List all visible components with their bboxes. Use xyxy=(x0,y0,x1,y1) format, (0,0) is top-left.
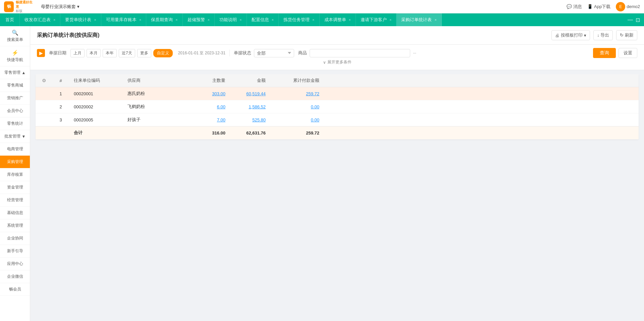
footer-extra xyxy=(324,126,639,140)
close-tab-baozhi[interactable]: × xyxy=(175,18,177,22)
tab-keyongliang[interactable]: 可用量库存账本 × xyxy=(101,13,146,26)
settings-button[interactable]: 设置 xyxy=(619,48,637,58)
tab-peizhi[interactable]: 配置信息 × xyxy=(247,13,279,26)
date-btn-7days[interactable]: 近7天 xyxy=(119,49,135,57)
table-body: 1 00020001 惠氏奶粉 303.00 60,519.44 259.72 … xyxy=(36,87,639,126)
close-tab-shoufacun[interactable]: × xyxy=(53,18,55,22)
user-area[interactable]: E demo2 xyxy=(616,2,640,11)
sidebar-item-marketing[interactable]: 营销推广 xyxy=(0,92,30,105)
tab-shoufacun[interactable]: 收发存汇总表 × xyxy=(20,13,60,26)
sidebar-item-basic-info[interactable]: 基础信息 xyxy=(0,207,30,219)
tab-chaochuyujing[interactable]: 超储预警 × xyxy=(183,13,215,26)
col-header-settings[interactable]: ⚙ xyxy=(36,74,52,87)
cell-index-1: 1 xyxy=(52,87,69,100)
download-icon: 📱 xyxy=(587,4,593,9)
col-header-index: # xyxy=(52,74,69,87)
app-download-button[interactable]: 📱 App下载 xyxy=(587,4,610,10)
user-avatar: E xyxy=(616,2,625,11)
sidebar-item-wechat[interactable]: 企业微信 xyxy=(0,270,30,283)
header-actions: 🖨 按模板打印 ▾ ↓ 导出 ↻ 刷新 xyxy=(551,30,637,40)
sidebar-item-retail-mgmt[interactable]: 零售管理 ▲ xyxy=(0,66,30,79)
page-title: 采购订单统计表(按供应商) xyxy=(37,32,100,39)
sidebar-item-search[interactable]: 🔍 搜索菜单 xyxy=(0,26,30,46)
sidebar-item-retail-shop[interactable]: 零售商城 xyxy=(0,79,30,92)
sidebar-item-operations[interactable]: 经营管理 xyxy=(0,194,30,207)
cell-index-2: 2 xyxy=(52,100,69,113)
tab-gongneng[interactable]: 功能说明 × xyxy=(215,13,247,26)
date-btn-last-month[interactable]: 上月 xyxy=(70,49,85,57)
tab-chengben[interactable]: 成本调整单 × xyxy=(320,13,356,26)
tab-yaoqing[interactable]: 邀请下游客户 × xyxy=(356,13,396,26)
close-tab-chengben[interactable]: × xyxy=(349,18,351,22)
sidebar-item-ecommerce[interactable]: 电商管理 xyxy=(0,143,30,156)
col-header-unit-code: 往来单位编码 xyxy=(69,74,123,87)
cell-unit-code-1: 00020001 xyxy=(69,87,123,100)
close-tab-peizhi[interactable]: × xyxy=(272,18,274,22)
sidebar-item-members[interactable]: 会员中心 xyxy=(0,105,30,117)
query-action-area: 查询 设置 xyxy=(593,48,637,58)
cell-unit-code-3: 00020005 xyxy=(69,113,123,126)
refresh-button[interactable]: ↻ 刷新 xyxy=(616,30,637,40)
col-header-amount: 金额 xyxy=(230,74,270,87)
sidebar-item-system[interactable]: 系统管理 xyxy=(0,219,30,232)
sidebar-item-inventory[interactable]: 库存核算 xyxy=(0,168,30,181)
filter-area: ▶ 单据日期 上月 本月 本年 近7天 更多 自定义 2016-01-01 至 … xyxy=(30,45,644,70)
table-row[interactable]: 3 00020005 好孩子 7.00 525.80 0.00 xyxy=(36,113,639,126)
close-tab-chaochuyujing[interactable]: × xyxy=(208,18,210,22)
cell-qty-3[interactable]: 7.00 xyxy=(190,113,230,126)
template-print-button[interactable]: 🖨 按模板打印 ▾ xyxy=(551,30,590,40)
cell-amount-2[interactable]: 1,586.52 xyxy=(230,100,270,113)
date-btn-this-month[interactable]: 本月 xyxy=(87,49,101,57)
sidebar-item-appcenter[interactable]: 应用中心 xyxy=(0,258,30,270)
close-tab-yaoqing[interactable]: × xyxy=(389,18,391,22)
footer-paid: 259.72 xyxy=(270,126,324,140)
expand-more-row[interactable]: ∨ 展开更多条件 xyxy=(37,58,637,66)
message-button[interactable]: 💬 消息 xyxy=(567,4,582,10)
cell-settings-1 xyxy=(36,87,52,100)
tab-baozhi[interactable]: 保质期查询 × xyxy=(146,13,182,26)
cell-paid-3[interactable]: 0.00 xyxy=(270,113,324,126)
cell-paid-2[interactable]: 0.00 xyxy=(270,100,324,113)
goods-filter-input[interactable] xyxy=(310,49,410,57)
workspace-selector[interactable]: 母婴行业演示账套 ▾ xyxy=(38,2,82,11)
cell-qty-1[interactable]: 303.00 xyxy=(190,87,230,100)
sidebar-item-collab[interactable]: 企业协同 xyxy=(0,232,30,245)
tab-jianhuo[interactable]: 拣货任务管理 × xyxy=(279,13,319,26)
cell-amount-3[interactable]: 525.80 xyxy=(230,113,270,126)
table-row[interactable]: 1 00020001 惠氏奶粉 303.00 60,519.44 259.72 xyxy=(36,87,639,100)
tab-yaohuo[interactable]: 要货单统计表 × xyxy=(60,13,101,26)
minimize-icon[interactable]: — xyxy=(628,17,633,23)
date-btn-more[interactable]: 更多 xyxy=(137,49,151,57)
date-btn-custom[interactable]: 自定义 xyxy=(153,49,173,57)
query-button[interactable]: 查询 xyxy=(593,48,616,58)
maximize-icon[interactable]: ⊡ xyxy=(636,17,640,23)
table-settings-icon[interactable]: ⚙ xyxy=(42,78,46,83)
sidebar-item-finance[interactable]: 资金管理 xyxy=(0,181,30,194)
sidebar-item-wholesale[interactable]: 批发管理 ▼ xyxy=(0,130,30,143)
close-tab-jianhuo[interactable]: × xyxy=(312,18,314,22)
close-tab-yaohuo[interactable]: × xyxy=(94,18,96,22)
window-controls: — ⊡ xyxy=(624,13,644,26)
goods-more-icon[interactable]: ··· xyxy=(413,51,416,55)
export-button[interactable]: ↓ 导出 xyxy=(593,30,613,40)
tab-home[interactable]: 首页 xyxy=(0,13,20,26)
close-tab-caigou[interactable]: × xyxy=(434,18,436,22)
date-btn-this-year[interactable]: 本年 xyxy=(103,49,117,57)
sidebar-item-vip[interactable]: 畅会员 xyxy=(0,283,30,296)
table-row[interactable]: 2 00020002 飞鹤奶粉 6.00 1,586.52 0.00 xyxy=(36,100,639,113)
filter-toggle-button[interactable]: ▶ xyxy=(37,49,45,57)
cell-qty-2[interactable]: 6.00 xyxy=(190,100,230,113)
tab-caigou-active[interactable]: 采购订单统计表 × xyxy=(396,13,441,26)
sidebar-item-retail-stats[interactable]: 零售统计 xyxy=(0,117,30,130)
data-table: ⚙ # 往来单位编码 供应商 主数量 金额 累计付款金额 xyxy=(36,74,639,140)
close-tab-keyongliang[interactable]: × xyxy=(139,18,141,22)
close-tab-gongneng[interactable]: × xyxy=(239,18,241,22)
search-menu-icon: 🔍 xyxy=(12,30,18,36)
sidebar-item-quicknav[interactable]: ⚡ 快捷导航 xyxy=(0,46,30,66)
cell-amount-1[interactable]: 60,519.44 xyxy=(230,87,270,100)
cell-extra-2 xyxy=(324,100,639,113)
status-filter-select[interactable]: 全部 待审核 已审核 已完成 已取消 xyxy=(254,49,294,57)
sidebar-item-purchase[interactable]: 采购管理 xyxy=(0,156,30,168)
sidebar-item-guide[interactable]: 新手引导 xyxy=(0,245,30,258)
cell-paid-1[interactable]: 259.72 xyxy=(270,87,324,100)
